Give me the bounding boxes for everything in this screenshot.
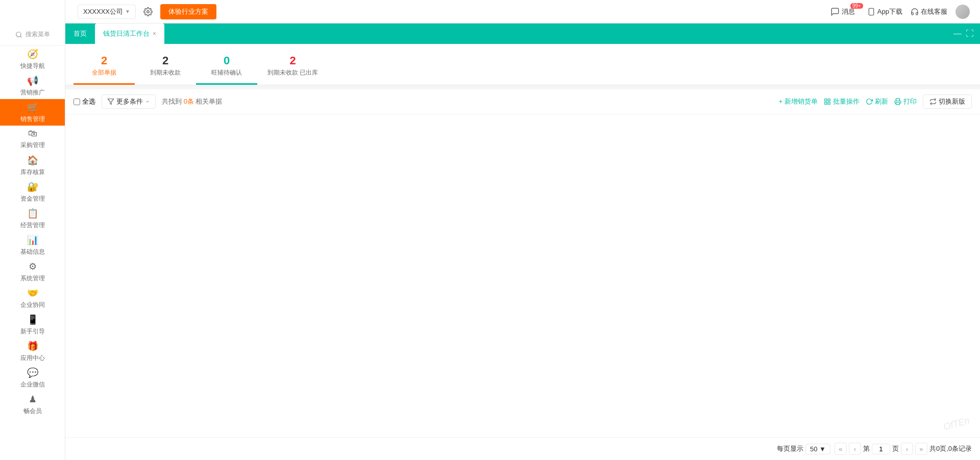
svg-point-3 — [16, 32, 20, 36]
stat-count-overdue-shipped: 2 — [267, 54, 318, 67]
svg-marker-5 — [108, 99, 114, 105]
svg-rect-10 — [896, 102, 900, 105]
member-icon: ♟ — [29, 394, 37, 405]
per-page-arrow: ▼ — [819, 445, 826, 453]
avatar-img — [955, 5, 970, 19]
tab-work-bench[interactable]: 钱货日清工作台 × — [95, 23, 164, 44]
user-avatar[interactable] — [955, 5, 972, 19]
select-all-input[interactable] — [74, 99, 80, 105]
new-version-button[interactable]: 切换新版 — [923, 94, 972, 109]
per-page-select[interactable]: 50 ▼ — [805, 444, 830, 454]
message-button[interactable]: 消息 99+ — [826, 7, 859, 16]
page-size-selector: 每页显示 50 ▼ — [777, 444, 830, 454]
top-header: 畅 畅捷通好生意 标准版 XXXXXX公司 ▼ 体验行业方案 消息 99+ — [0, 0, 980, 23]
tab-home[interactable]: 首页 — [65, 23, 95, 44]
sidebar-item-marketing[interactable]: 📢 营销推广 — [0, 72, 65, 99]
sidebar-item-label: 采购管理 — [20, 141, 45, 150]
sidebar-item-label: 基础信息 — [20, 248, 45, 256]
total-records: 共0页,0条记录 — [929, 444, 972, 453]
header-right: 消息 99+ App下载 在线客服 — [826, 5, 972, 19]
sidebar-item-operations[interactable]: 📋 经营管理 — [0, 205, 65, 232]
sidebar-item-app-center[interactable]: 🎁 应用中心 — [0, 338, 65, 365]
sidebar-item-label: 畅会员 — [23, 407, 42, 416]
filter-button[interactable]: 更多条件 — [102, 94, 156, 109]
stat-tab-overdue[interactable]: 2 到期未收款 — [135, 50, 196, 85]
stat-label-all: 全部单据 — [84, 68, 125, 77]
sidebar-item-guide[interactable]: 📱 新手引导 — [0, 311, 65, 338]
system-icon: ⚙ — [29, 261, 37, 272]
print-button[interactable]: 打印 — [894, 97, 917, 106]
sidebar-item-basic-info[interactable]: 📊 基础信息 — [0, 232, 65, 258]
purchase-icon: 🛍 — [28, 128, 37, 139]
page-first-button[interactable]: « — [835, 443, 847, 455]
company-dropdown-icon: ▼ — [125, 9, 130, 14]
stat-tab-overdue-shipped[interactable]: 2 到期未收款 已出库 — [257, 50, 328, 85]
stat-label-pending: 旺辅待确认 — [206, 68, 247, 77]
main-content: 2 全部单据 2 到期未收款 0 旺辅待确认 2 到期未收款 已出库 全选 — [65, 44, 980, 460]
svg-rect-9 — [825, 102, 827, 104]
toolbar-left: 全选 更多条件 共找到 0条 相关单据 — [74, 94, 222, 109]
new-version-label: 切换新版 — [939, 97, 965, 106]
sidebar-item-label: 快捷导航 — [20, 62, 45, 70]
stat-label-overdue-shipped: 到期未收款 已出库 — [267, 68, 318, 77]
sidebar-item-label: 销售管理 — [20, 115, 45, 124]
found-count: 0条 — [184, 98, 194, 105]
filter-label: 更多条件 — [116, 97, 143, 106]
sidebar-search-label: 搜索菜单 — [26, 30, 50, 39]
quick-nav-icon: 🧭 — [27, 49, 38, 60]
sidebar-item-purchase[interactable]: 🛍 采购管理 — [0, 126, 65, 152]
page-next-button[interactable]: › — [901, 443, 913, 455]
finance-icon: 🔐 — [27, 181, 38, 192]
sidebar-item-system[interactable]: ⚙ 系统管理 — [0, 258, 65, 285]
stat-tab-pending[interactable]: 0 旺辅待确认 — [196, 50, 257, 85]
sidebar-item-label: 应用中心 — [20, 354, 45, 362]
app-download-label: App下载 — [877, 7, 902, 16]
svg-rect-7 — [828, 99, 830, 101]
sidebar-item-wechat[interactable]: 💬 企业微信 — [0, 365, 65, 391]
tab-maximize-icon[interactable]: ⛶ — [966, 29, 974, 38]
sidebar-search[interactable]: 搜索菜单 — [0, 23, 65, 46]
sidebar-item-label: 系统管理 — [20, 274, 45, 283]
company-selector[interactable]: XXXXXX公司 ▼ — [78, 5, 136, 19]
batch-action-label: 批量操作 — [833, 97, 860, 106]
pagination: 每页显示 50 ▼ « ‹ 第 页 › » 共0页,0条记录 — [65, 437, 980, 460]
trial-button[interactable]: 体验行业方案 — [160, 4, 216, 19]
settings-button[interactable] — [140, 4, 156, 20]
sidebar-item-enterprise[interactable]: 🤝 企业协同 — [0, 285, 65, 311]
page-last-button[interactable]: » — [915, 443, 927, 455]
per-page-label: 每页显示 — [777, 444, 803, 453]
per-page-value: 50 — [810, 445, 817, 453]
page-suffix: 页 — [892, 444, 899, 453]
app-download-button[interactable]: App下载 — [867, 7, 902, 16]
sidebar-item-member[interactable]: ♟ 畅会员 — [0, 391, 65, 418]
found-text: 共找到 0条 相关单据 — [162, 97, 222, 106]
page-label: 第 — [863, 444, 870, 453]
tab-minimize-icon[interactable]: — — [953, 29, 962, 38]
stat-tab-all[interactable]: 2 全部单据 — [74, 50, 135, 85]
sidebar-item-label: 营销推广 — [20, 88, 45, 97]
sidebar-item-label: 库存核算 — [20, 168, 45, 177]
sidebar-item-sales[interactable]: 🛒 销售管理 — [0, 99, 65, 126]
enterprise-icon: 🤝 — [27, 287, 38, 299]
toolbar: 全选 更多条件 共找到 0条 相关单据 + 新增销货单 — [65, 89, 980, 114]
online-service-button[interactable]: 在线客服 — [911, 7, 947, 16]
wechat-icon: 💬 — [27, 367, 38, 378]
sidebar-item-inventory[interactable]: 🏠 库存核算 — [0, 152, 65, 179]
inventory-icon: 🏠 — [27, 155, 38, 166]
tab-close-icon[interactable]: × — [153, 30, 156, 37]
svg-rect-6 — [825, 99, 827, 101]
sidebar-item-finance[interactable]: 🔐 资金管理 — [0, 179, 65, 205]
batch-action-button[interactable]: 批量操作 — [824, 97, 860, 106]
page-number-input[interactable] — [872, 444, 890, 454]
toolbar-right: + 新增销货单 批量操作 刷新 — [779, 94, 972, 109]
add-order-button[interactable]: + 新增销货单 — [779, 97, 818, 106]
select-all-checkbox[interactable]: 全选 — [74, 97, 95, 106]
sidebar-item-quick-nav[interactable]: 🧭 快捷导航 — [0, 46, 65, 72]
stat-count-overdue: 2 — [145, 54, 186, 67]
sidebar-item-label: 企业微信 — [20, 380, 45, 389]
guide-icon: 📱 — [27, 314, 38, 325]
online-service-label: 在线客服 — [921, 7, 947, 16]
tab-home-label: 首页 — [74, 29, 87, 38]
page-prev-button[interactable]: ‹ — [849, 443, 861, 455]
refresh-button[interactable]: 刷新 — [866, 97, 888, 106]
